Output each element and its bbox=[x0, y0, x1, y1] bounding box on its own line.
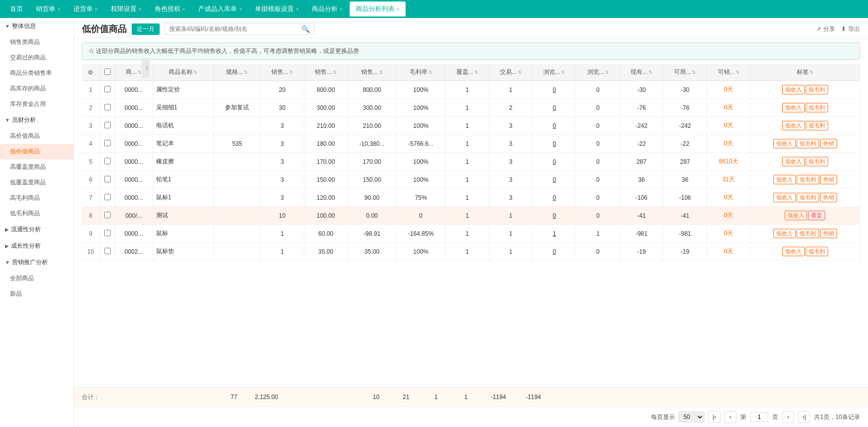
row-checkbox[interactable] bbox=[104, 158, 111, 164]
nav-sales-order[interactable]: 销货单 × bbox=[30, 1, 66, 16]
col-sales3[interactable]: 销售... ⇅ bbox=[348, 64, 397, 81]
nav-product-analysis-close[interactable]: × bbox=[340, 6, 343, 12]
browse-link[interactable]: 1 bbox=[553, 230, 556, 237]
share-button[interactable]: ↗ 分享 bbox=[816, 25, 835, 33]
cell-gross: 100% bbox=[396, 81, 445, 99]
col-saleable[interactable]: 可销... ⇅ bbox=[707, 64, 750, 81]
sidebar-group-financial[interactable]: ▼ 员财分析 bbox=[0, 112, 73, 128]
last-page-button[interactable]: ›| bbox=[798, 411, 810, 423]
table-container[interactable]: ⚙ 商... ⇅ 商品名称 ⇅ 规格... ⇅ 销售... ⇅ 销售... ⇅ … bbox=[74, 64, 868, 387]
cell-checkbox[interactable] bbox=[100, 189, 115, 207]
total-gross bbox=[326, 395, 361, 399]
sidebar-item-all-goods[interactable]: 全部商品 bbox=[0, 271, 73, 286]
row-checkbox[interactable] bbox=[104, 248, 111, 254]
nav-product-close[interactable]: × bbox=[239, 6, 242, 12]
cell-checkbox[interactable] bbox=[100, 225, 115, 243]
row-checkbox[interactable] bbox=[104, 230, 111, 236]
nav-product-analysis-list[interactable]: 商品分析列表 × bbox=[350, 1, 406, 16]
row-checkbox[interactable] bbox=[104, 176, 111, 182]
sidebar-collapse-button[interactable]: 《 bbox=[142, 58, 150, 78]
sidebar-item-low-value[interactable]: 低价值商品 bbox=[0, 144, 73, 159]
nav-product-list-close[interactable]: × bbox=[397, 6, 400, 12]
col-sales1[interactable]: 销售... ⇅ bbox=[260, 64, 304, 81]
row-checkbox[interactable] bbox=[104, 140, 111, 146]
sidebar-item-stock-capital[interactable]: 库存资金占用 bbox=[0, 96, 73, 112]
row-checkbox[interactable] bbox=[104, 86, 111, 92]
browse-link[interactable]: 0 bbox=[553, 194, 556, 201]
browse-link[interactable]: 0 bbox=[553, 212, 556, 219]
cell-checkbox[interactable] bbox=[100, 207, 115, 225]
cell-spec bbox=[214, 189, 260, 207]
cell-checkbox[interactable] bbox=[100, 81, 115, 99]
search-icon[interactable]: 🔍 bbox=[301, 25, 310, 33]
page-size-select[interactable]: 50 100 bbox=[679, 412, 704, 423]
nav-purchase-order[interactable]: 进货单 × bbox=[67, 1, 104, 16]
tag-热销: 热销 bbox=[820, 229, 837, 238]
prev-page-button[interactable]: ‹ bbox=[724, 411, 736, 423]
browse-link[interactable]: 0 bbox=[553, 176, 556, 183]
sidebar-item-new-goods[interactable]: 新品 bbox=[0, 286, 73, 302]
nav-permission-close[interactable]: × bbox=[139, 6, 142, 12]
sidebar-group-growth[interactable]: ▶ 成长性分析 bbox=[0, 238, 73, 254]
export-button[interactable]: ⬆ 导出 bbox=[841, 25, 860, 33]
nav-purchase-order-close[interactable]: × bbox=[95, 6, 98, 12]
cell-checkbox[interactable] bbox=[100, 117, 115, 135]
col-gross-rate[interactable]: 毛利率 ⇅ bbox=[396, 64, 445, 81]
row-checkbox[interactable] bbox=[104, 212, 111, 218]
browse-link[interactable]: 0 bbox=[553, 140, 556, 147]
cell-s3: 35.00 bbox=[348, 243, 397, 261]
sidebar-item-high-stock[interactable]: 高库存的商品 bbox=[0, 81, 73, 96]
cell-checkbox[interactable] bbox=[100, 99, 115, 117]
nav-product-analysis[interactable]: 商品分析 × bbox=[306, 1, 349, 16]
browse-link[interactable]: 0 bbox=[553, 86, 556, 93]
nav-role-auth[interactable]: 角色授权 × bbox=[149, 1, 192, 16]
browse-link[interactable]: 0 bbox=[553, 104, 556, 111]
first-page-button[interactable]: |‹ bbox=[708, 411, 720, 423]
cell-row-num: 6 bbox=[82, 171, 100, 189]
row-checkbox[interactable] bbox=[104, 122, 111, 128]
col-transaction[interactable]: 交易... ⇅ bbox=[489, 64, 532, 81]
cell-checkbox[interactable] bbox=[100, 153, 115, 171]
browse-link[interactable]: 0 bbox=[553, 158, 556, 165]
sidebar-item-low-margin[interactable]: 低毛利商品 bbox=[0, 206, 73, 221]
col-available[interactable]: 可用... ⇅ bbox=[663, 64, 707, 81]
search-input[interactable] bbox=[169, 25, 298, 32]
col-browse2[interactable]: 浏览... ⇅ bbox=[576, 64, 620, 81]
row-checkbox[interactable] bbox=[104, 104, 111, 110]
sidebar-item-high-value[interactable]: 高价值商品 bbox=[0, 128, 73, 144]
nav-sales-order-close[interactable]: × bbox=[57, 6, 60, 12]
nav-template-settings[interactable]: 单据模板设置 × bbox=[249, 1, 305, 16]
nav-template-close[interactable]: × bbox=[296, 6, 299, 12]
col-tags[interactable]: 标签 ⇅ bbox=[750, 64, 860, 81]
select-all-checkbox[interactable] bbox=[104, 68, 111, 75]
sidebar-group-liquidity[interactable]: ▶ 流通性分析 bbox=[0, 221, 73, 238]
nav-role-close[interactable]: × bbox=[183, 6, 186, 12]
nav-home[interactable]: 首页 bbox=[4, 1, 29, 16]
sidebar-group-marketing[interactable]: ▼ 营销推广分析 bbox=[0, 254, 73, 271]
browse-link[interactable]: 0 bbox=[553, 248, 556, 255]
sidebar-item-high-margin[interactable]: 高毛利商品 bbox=[0, 190, 73, 206]
col-coverage[interactable]: 覆盖... ⇅ bbox=[445, 64, 489, 81]
col-browse1[interactable]: 浏览... ⇅ bbox=[533, 64, 576, 81]
cell-checkbox[interactable] bbox=[100, 135, 115, 153]
sidebar-item-category-sales[interactable]: 商品分类销售率 bbox=[0, 65, 73, 81]
cell-checkbox[interactable] bbox=[100, 171, 115, 189]
col-spec[interactable]: 规格... ⇅ bbox=[214, 64, 260, 81]
cell-checkbox[interactable] bbox=[100, 243, 115, 261]
nav-product-instock[interactable]: 产成品入库单 × bbox=[192, 1, 248, 16]
col-settings[interactable]: ⚙ bbox=[82, 64, 100, 81]
browse-link[interactable]: 0 bbox=[553, 122, 556, 129]
col-name[interactable]: 商品名称 ⇅ bbox=[153, 64, 214, 81]
row-checkbox[interactable] bbox=[104, 194, 111, 200]
next-page-button[interactable]: › bbox=[782, 411, 794, 423]
time-filter-button[interactable]: 近一月 bbox=[132, 23, 160, 35]
page-number-input[interactable] bbox=[750, 412, 768, 422]
sidebar-group-overall[interactable]: ▼ 整体信息 bbox=[0, 18, 73, 34]
nav-permission-settings[interactable]: 权限设置 × bbox=[105, 1, 148, 16]
sidebar-item-traded-goods[interactable]: 交易过的商品 bbox=[0, 50, 73, 65]
col-sales2[interactable]: 销售... ⇅ bbox=[304, 64, 347, 81]
sidebar-item-sales-goods[interactable]: 销售类商品 bbox=[0, 34, 73, 50]
sidebar-item-low-coverage[interactable]: 低覆盖度商品 bbox=[0, 175, 73, 190]
sidebar-item-high-coverage[interactable]: 高覆盖度商品 bbox=[0, 159, 73, 175]
col-current[interactable]: 现有... ⇅ bbox=[620, 64, 663, 81]
